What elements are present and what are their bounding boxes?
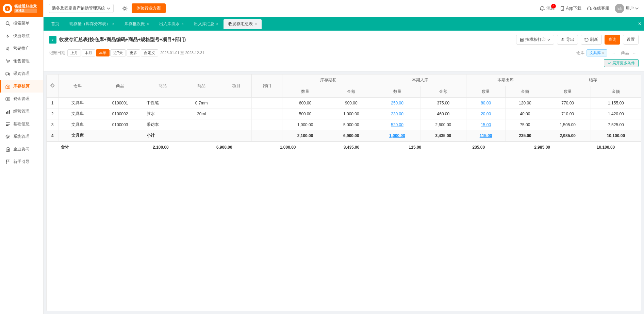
col-out-header: 本期出库 (466, 75, 545, 86)
sidebar-item-system[interactable]: 系统管理 (0, 130, 43, 143)
settings-button[interactable]: 设置 (623, 35, 639, 45)
col-goods-name-header: 商品 (143, 75, 182, 98)
tab-close-inout-flow[interactable]: × (182, 22, 184, 26)
table-row: 3 文具库 0100003 采访本 1,000.00 5,000.00 520.… (47, 119, 641, 130)
tab-close-receive-summary[interactable]: × (255, 22, 257, 26)
svg-rect-17 (6, 122, 10, 123)
row-no: 4 (47, 130, 59, 141)
goods-more-btn[interactable]: ··· (631, 50, 639, 56)
out-qty-link[interactable]: 15.00 (481, 122, 491, 127)
table-row: 4 文具库 小计 2,100.00 6,900.00 1,000.00 3,43… (47, 130, 641, 141)
in-qty-link[interactable]: 230.00 (391, 112, 403, 116)
messages-button[interactable]: 消息 6 (540, 5, 555, 11)
col-out-amt-header: 金额 (506, 86, 545, 98)
row-out-qty[interactable]: 115.00 (466, 130, 506, 141)
expand-conditions-button[interactable]: 展开更多条件 (604, 59, 639, 67)
row-warehouse: 文具库 (59, 119, 97, 130)
sidebar-item-operations[interactable]: 经营管理 (0, 105, 43, 118)
chevron-down-icon (608, 62, 611, 65)
print-button[interactable]: 按模板打印 (516, 35, 554, 45)
row-warehouse: 文具库 (59, 130, 97, 141)
row-open-qty: 500.00 (282, 109, 328, 119)
tab-home[interactable]: 首页 (46, 19, 64, 29)
user-menu[interactable]: Ea 用户 (615, 4, 639, 13)
flag-icon (5, 159, 11, 165)
date-btn-last-month[interactable]: 上月 (67, 49, 81, 56)
collapse-button[interactable]: ‹ (49, 36, 56, 44)
online-service-button[interactable]: 在线客服 (587, 5, 609, 11)
trial-button[interactable]: 体验行业方案 (132, 3, 166, 13)
row-dept (252, 130, 282, 141)
row-in-qty[interactable]: 250.00 (374, 98, 420, 109)
date-btn-this-month[interactable]: 本月 (82, 49, 95, 56)
row-open-amt: 5,000.00 (328, 119, 374, 130)
tab-close-batch-account[interactable]: × (147, 22, 149, 26)
svg-rect-8 (6, 73, 9, 75)
row-no: 2 (47, 109, 59, 119)
sidebar-item-search[interactable]: 搜索菜单 (0, 17, 43, 30)
app-download-button[interactable]: App下载 (560, 5, 581, 11)
row-goods-code: 0100003 (97, 119, 143, 130)
row-in-qty[interactable]: 230.00 (374, 109, 420, 119)
col-in-qty-header: 数量 (374, 86, 420, 98)
sidebar-item-inventory[interactable]: 库存核算 (0, 80, 43, 93)
export-icon (561, 38, 565, 42)
refresh-button[interactable]: 刷新 (581, 35, 602, 45)
export-button[interactable]: 导出 (557, 35, 578, 45)
sidebar-item-quick-nav[interactable]: 快捷导航 (0, 30, 43, 42)
in-qty-link[interactable]: 250.00 (391, 101, 403, 105)
out-qty-link[interactable]: 80.00 (481, 101, 491, 105)
table-settings-icon[interactable] (50, 84, 55, 89)
svg-line-3 (9, 24, 10, 26)
remove-warehouse-tag[interactable]: × (602, 51, 604, 55)
date-btn-7days[interactable]: 近7天 (110, 49, 126, 56)
in-qty-link[interactable]: 520.00 (391, 122, 403, 127)
settings-icon[interactable] (122, 6, 128, 11)
tab-close-inout-summary[interactable]: × (216, 22, 218, 26)
row-project (221, 109, 252, 119)
row-goods-name: 中性笔 (143, 98, 182, 109)
tab-receive-summary[interactable]: 收发存汇总表 × (224, 19, 262, 29)
row-goods-spec: 20ml (182, 109, 221, 119)
row-out-qty[interactable]: 20.00 (466, 109, 506, 119)
svg-point-26 (124, 7, 126, 10)
system-selector[interactable]: 装备及固定资产辅助管理系统 (49, 4, 114, 13)
footer-out-amt: 235.00 (447, 145, 510, 150)
table-footer: 合计 2,100.00 6,900.00 1,000.00 3,435.00 1… (47, 141, 641, 152)
row-goods-code: 0100002 (97, 109, 143, 119)
footer-open-amt: 6,900.00 (193, 145, 256, 150)
row-in-qty[interactable]: 1,000.00 (374, 130, 420, 141)
footer-close-amt: 10,100.00 (574, 145, 638, 150)
tab-batch-account[interactable]: 库存批次账 × (120, 19, 154, 29)
tab-inout-summary[interactable]: 出入库汇总 × (189, 19, 223, 29)
sidebar-item-purchase[interactable]: 采购管理 (0, 67, 43, 80)
sidebar-item-sales[interactable]: 销售管理 (0, 55, 43, 67)
warehouse-icon (5, 84, 11, 89)
row-close-qty: 2,985.00 (545, 130, 591, 141)
close-all-tabs[interactable]: × (638, 21, 641, 27)
sidebar-item-guide[interactable]: 新手引导 (0, 155, 43, 168)
sidebar-item-marketing[interactable]: 营销推广 (0, 42, 43, 55)
date-btn-more[interactable]: 更多 (127, 49, 140, 56)
tab-close-stock-distribution[interactable]: × (112, 22, 114, 26)
warehouse-more-btn[interactable]: ··· (609, 50, 617, 56)
tab-stock-distribution[interactable]: 现存量（库存分布表） × (65, 19, 119, 29)
row-in-amt: 2,600.00 (420, 119, 466, 130)
svg-rect-30 (591, 9, 592, 10)
row-out-qty[interactable]: 80.00 (466, 98, 506, 109)
out-qty-link[interactable]: 20.00 (481, 112, 491, 116)
col-warehouse-header: 仓库 (59, 75, 97, 98)
row-out-qty[interactable]: 15.00 (466, 119, 506, 130)
sidebar-item-finance[interactable]: 资金管理 (0, 93, 43, 105)
row-goods-spec (182, 130, 221, 141)
date-btn-custom[interactable]: 自定义 (141, 49, 158, 56)
tab-inout-flow[interactable]: 出入库流水 × (154, 19, 188, 29)
query-button[interactable]: 查询 (605, 35, 620, 45)
sidebar-item-base-info[interactable]: 基础信息 (0, 118, 43, 130)
row-in-qty[interactable]: 520.00 (374, 119, 420, 130)
date-btn-this-year[interactable]: 本年 (96, 49, 110, 56)
row-close-amt: 10,100.00 (591, 130, 641, 141)
sidebar-item-enterprise[interactable]: 企业协同 (0, 143, 43, 155)
row-close-qty: 770.00 (545, 98, 591, 109)
row-out-amt: 40.00 (506, 109, 545, 119)
